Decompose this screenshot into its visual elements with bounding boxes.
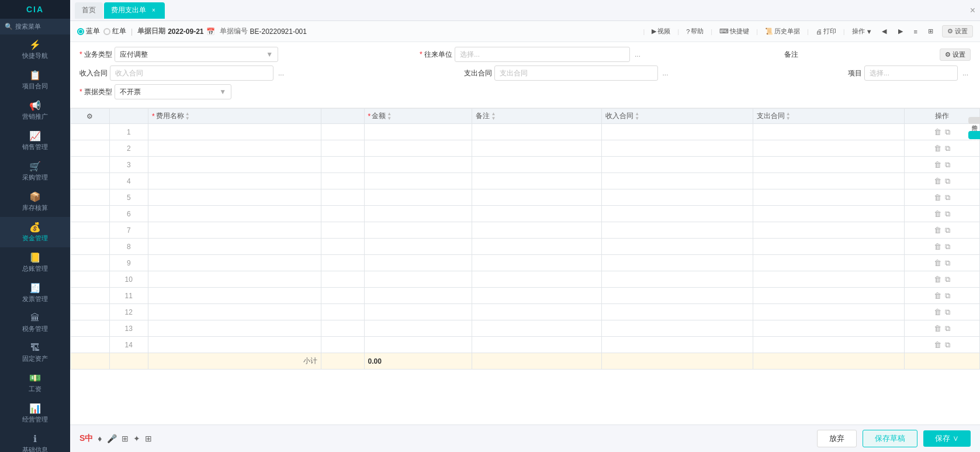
bottom-icon-mic[interactable]: 🎤 — [107, 434, 117, 443]
row-delete-5[interactable]: 🗑 — [934, 193, 941, 202]
row-amount-4[interactable] — [364, 173, 472, 189]
row-name-12[interactable] — [148, 304, 321, 320]
project-ellipsis[interactable]: ... — [960, 69, 971, 77]
row-delete-12[interactable]: 🗑 — [934, 308, 941, 316]
calendar-icon[interactable]: 📅 — [206, 27, 215, 36]
row-copy-7[interactable]: ⧉ — [945, 226, 950, 235]
row-income-9[interactable] — [602, 255, 753, 271]
row-copy-13[interactable]: ⧉ — [945, 324, 950, 333]
row-name-1[interactable] — [148, 124, 321, 140]
tab-home[interactable]: 首页 — [75, 2, 103, 19]
bottom-icon-diamond[interactable]: ♦ — [98, 434, 102, 443]
row-note-1[interactable] — [472, 124, 602, 140]
row-note-2[interactable] — [472, 140, 602, 157]
save-button[interactable]: 保存 ∨ — [923, 430, 971, 447]
radio-blue[interactable]: 蓝单 — [77, 26, 100, 36]
win-close-btn[interactable]: × — [970, 5, 975, 16]
row-amount-13[interactable] — [364, 320, 472, 337]
row-income-14[interactable] — [602, 337, 753, 353]
nav-next-btn[interactable]: ▶ — [896, 27, 905, 35]
counterpart-ellipsis[interactable]: ... — [632, 50, 643, 58]
row-delete-7[interactable]: 🗑 — [934, 226, 941, 234]
side-tab-log[interactable]: 日志 — [968, 131, 980, 139]
sidebar-item-marketing[interactable]: 📢 营销推广 — [0, 95, 70, 126]
row-delete-4[interactable]: 🗑 — [934, 177, 941, 185]
row-copy-9[interactable]: ⧉ — [945, 258, 950, 268]
row-note-10[interactable] — [472, 271, 602, 288]
name-sort[interactable]: ▲▼ — [185, 112, 190, 121]
row-expense-14[interactable] — [753, 337, 904, 353]
row-income-5[interactable] — [602, 189, 753, 206]
row-note-7[interactable] — [472, 222, 602, 239]
row-copy-4[interactable]: ⧉ — [945, 177, 950, 186]
expense-contract-ellipsis[interactable]: ... — [660, 69, 671, 77]
bill-type-select[interactable]: 不开票 ▼ — [115, 84, 231, 99]
row-delete-8[interactable]: 🗑 — [934, 242, 941, 251]
row-expense-8[interactable] — [753, 239, 904, 255]
action-history[interactable]: 📜 历史单据 — [765, 27, 800, 36]
row-delete-6[interactable]: 🗑 — [934, 209, 941, 218]
row-name-8[interactable] — [148, 239, 321, 255]
row-income-2[interactable] — [602, 140, 753, 157]
row-name-10[interactable] — [148, 271, 321, 288]
side-tab-attach[interactable]: 附件 — [968, 117, 980, 124]
row-income-4[interactable] — [602, 173, 753, 189]
form-settings-button[interactable]: ⚙ 设置 — [940, 49, 971, 61]
expense-contract-select[interactable]: 支出合同 — [494, 65, 658, 81]
row-copy-10[interactable]: ⧉ — [945, 275, 950, 284]
sidebar-item-inventory[interactable]: 📦 库存核算 — [0, 187, 70, 217]
row-amount-8[interactable] — [364, 239, 472, 255]
note-sort[interactable]: ▲▼ — [491, 112, 496, 121]
action-operate[interactable]: 操作 ▼ — [852, 27, 872, 36]
row-note-14[interactable] — [472, 337, 602, 353]
sidebar-item-base-info[interactable]: ℹ 基础信息 — [0, 429, 70, 452]
tab-expense-close[interactable]: × — [150, 6, 158, 15]
row-delete-11[interactable]: 🗑 — [934, 291, 941, 300]
row-expense-11[interactable] — [753, 288, 904, 304]
row-delete-13[interactable]: 🗑 — [934, 324, 941, 333]
bottom-icon-star[interactable]: ✦ — [133, 434, 140, 443]
tab-expense[interactable]: 费用支出单 × — [104, 2, 165, 19]
row-amount-9[interactable] — [364, 255, 472, 271]
row-amount-1[interactable] — [364, 124, 472, 140]
row-copy-6[interactable]: ⧉ — [945, 209, 950, 219]
nav-prev-btn[interactable]: ◀ — [879, 27, 889, 35]
row-note-13[interactable] — [472, 320, 602, 337]
row-note-6[interactable] — [472, 206, 602, 222]
row-name-13[interactable] — [148, 320, 321, 337]
income-contract-ellipsis[interactable]: ... — [276, 69, 286, 77]
sidebar-item-sales[interactable]: 📈 销售管理 — [0, 126, 70, 156]
sidebar-item-capital[interactable]: 💰 资金管理 — [0, 217, 70, 247]
row-name-11[interactable] — [148, 288, 321, 304]
sidebar-item-operations[interactable]: 📊 经营管理 — [0, 398, 70, 429]
row-income-3[interactable] — [602, 157, 753, 173]
row-copy-5[interactable]: ⧉ — [945, 193, 950, 202]
row-expense-3[interactable] — [753, 157, 904, 173]
row-note-8[interactable] — [472, 239, 602, 255]
row-expense-5[interactable] — [753, 189, 904, 206]
row-copy-2[interactable]: ⧉ — [945, 144, 950, 153]
row-name-5[interactable] — [148, 189, 321, 206]
row-income-10[interactable] — [602, 271, 753, 288]
row-copy-3[interactable]: ⧉ — [945, 160, 950, 170]
row-amount-11[interactable] — [364, 288, 472, 304]
row-note-4[interactable] — [472, 173, 602, 189]
row-note-11[interactable] — [472, 288, 602, 304]
sidebar-item-payroll[interactable]: 💵 工资 — [0, 368, 70, 398]
counterpart-select[interactable]: 选择... — [455, 47, 630, 62]
action-help[interactable]: ? 帮助 — [686, 27, 704, 36]
row-income-7[interactable] — [602, 222, 753, 239]
row-income-8[interactable] — [602, 239, 753, 255]
row-amount-7[interactable] — [364, 222, 472, 239]
action-video[interactable]: ▶ 视频 — [652, 27, 670, 36]
row-expense-7[interactable] — [753, 222, 904, 239]
row-name-9[interactable] — [148, 255, 321, 271]
bottom-icon-s[interactable]: S中 — [79, 433, 93, 444]
row-amount-6[interactable] — [364, 206, 472, 222]
row-expense-10[interactable] — [753, 271, 904, 288]
row-delete-1[interactable]: 🗑 — [934, 127, 941, 136]
row-income-1[interactable] — [602, 124, 753, 140]
view-list-icon[interactable]: ≡ — [912, 28, 919, 35]
sidebar-item-project[interactable]: 📋 项目合同 — [0, 65, 70, 95]
sidebar-search[interactable]: 🔍 搜索菜单 — [0, 19, 70, 34]
